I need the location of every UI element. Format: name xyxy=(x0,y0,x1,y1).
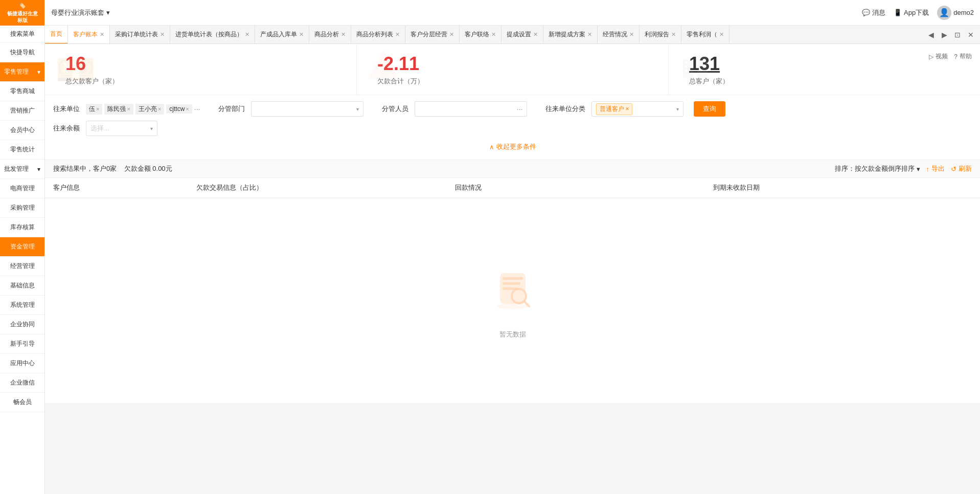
person-selector[interactable]: ··· xyxy=(415,101,527,117)
col-due-date: 到期未收款日期 xyxy=(713,183,972,192)
debt-amount: 欠款金额 0.00元 xyxy=(124,165,172,172)
tab-goods-analysis[interactable]: 商品分析 ✕ xyxy=(309,26,351,44)
unit-filter-label: 往来单位 xyxy=(53,104,80,114)
balance-chevron: ▾ xyxy=(150,126,153,131)
tab-close-icon[interactable]: ✕ xyxy=(341,31,346,38)
unit-tag-cjttcw-close[interactable]: × xyxy=(186,106,189,112)
help-button[interactable]: ? 帮助 xyxy=(954,52,972,61)
account-selector[interactable]: 母婴行业演示账套 ▾ xyxy=(51,8,110,17)
unit-tag-chen[interactable]: 陈民强 × xyxy=(104,104,133,115)
dept-filter-label: 分管部门 xyxy=(218,104,245,114)
sidebar-item-system[interactable]: 系统管理 xyxy=(0,296,44,315)
unit-tag-wang-close[interactable]: × xyxy=(158,106,161,112)
unit-tag-wang[interactable]: 王小亮 × xyxy=(135,104,164,115)
sidebar-item-apps[interactable]: 应用中心 xyxy=(0,354,44,373)
sidebar-wholesale-arrow: ▾ xyxy=(37,166,40,173)
col-debt-info: 欠款交易信息（占比） xyxy=(196,183,455,192)
app-download-button[interactable]: 📱 App下载 xyxy=(894,8,929,17)
tab-inventory-stats[interactable]: 进货单统计表（按商品） ✕ xyxy=(170,26,255,44)
result-actions: 排序：按欠款金额倒序排序 ▾ ↑ 导出 ↺ 刷新 xyxy=(835,164,972,173)
sidebar-item-wecom[interactable]: 企业微信 xyxy=(0,373,44,393)
sidebar-item-member[interactable]: 会员中心 xyxy=(0,121,44,140)
sidebar-item-ecom[interactable]: 电商管理 xyxy=(0,179,44,198)
sidebar-item-wholesale[interactable]: 批发管理 ▾ xyxy=(0,160,44,179)
sidebar-item-operation[interactable]: 经营管理 xyxy=(0,257,44,276)
tab-close-icon[interactable]: ✕ xyxy=(299,31,304,38)
tab-home[interactable]: 首页 xyxy=(45,26,68,44)
tab-retail-profit[interactable]: 零售利润（ ✕ xyxy=(681,26,730,44)
filter-area: 往来单位 伍 × 陈民强 × 王小亮 × xyxy=(45,95,980,160)
tab-close-icon[interactable]: ✕ xyxy=(629,31,634,38)
tab-scroll-right[interactable]: ▶ xyxy=(938,29,950,41)
tab-production[interactable]: 产成品入库单 ✕ xyxy=(255,26,309,44)
tab-business[interactable]: 经营情况 ✕ xyxy=(598,26,640,44)
query-button[interactable]: 查询 xyxy=(694,101,725,117)
tab-close-icon[interactable]: ✕ xyxy=(671,31,676,38)
tab-close-icon[interactable]: ✕ xyxy=(395,31,400,38)
sidebar-item-cooperation[interactable]: 企业协同 xyxy=(0,315,44,334)
video-button[interactable]: ▷ 视频 xyxy=(929,52,948,61)
sidebar-item-search[interactable]: 搜索菜单 xyxy=(0,26,44,43)
tab-close-all[interactable]: ✕ xyxy=(965,29,977,41)
sidebar-item-finance[interactable]: 资金管理 xyxy=(0,237,44,257)
sidebar-item-inventory[interactable]: 库存核算 xyxy=(0,218,44,237)
tab-customer-tier[interactable]: 客户分层经营 ✕ xyxy=(405,26,460,44)
app-logo: 🏷️ 畅捷通好生意 标版 xyxy=(0,0,44,26)
sidebar-item-purchase[interactable]: 采购管理 xyxy=(0,198,44,218)
sidebar-item-retail-stats[interactable]: 零售统计 xyxy=(0,140,44,160)
sort-button[interactable]: 排序：按欠款金额倒序排序 ▾ xyxy=(835,164,920,173)
tab-profit-report[interactable]: 利润报告 ✕ xyxy=(640,26,681,44)
app-icon: 📱 xyxy=(894,9,902,16)
sidebar-item-mall[interactable]: 零售商城 xyxy=(0,82,44,101)
tab-close-icon[interactable]: ✕ xyxy=(719,31,724,38)
tab-purchase-order[interactable]: 采购订单统计表 ✕ xyxy=(110,26,170,44)
balance-selector[interactable]: 选择... ▾ xyxy=(86,121,157,136)
sidebar-item-quick-nav[interactable]: 快捷导航 xyxy=(0,43,44,62)
tab-scroll-left[interactable]: ◀ xyxy=(925,29,937,41)
tab-close-icon[interactable]: ✕ xyxy=(245,31,249,38)
tab-production-label: 产成品入库单 xyxy=(260,30,297,39)
sidebar-item-guide[interactable]: 新手引导 xyxy=(0,334,44,354)
stat-debt-total: -2.11 欠款合计（万） xyxy=(357,44,669,95)
unit-class-tag[interactable]: 普通客户 × xyxy=(596,103,632,115)
svg-rect-14 xyxy=(503,282,520,285)
unit-tags-more[interactable]: ··· xyxy=(194,105,200,113)
logo-text-line1: 畅捷通好生意 xyxy=(7,10,38,17)
user-name: demo2 xyxy=(953,9,974,16)
tab-goods-analysis-list[interactable]: 商品分析列表 ✕ xyxy=(351,26,405,44)
export-label: 导出 xyxy=(931,164,945,173)
sidebar-item-retail[interactable]: 零售管理 ▾ xyxy=(0,62,44,82)
svg-point-11 xyxy=(497,303,528,309)
export-button[interactable]: ↑ 导出 xyxy=(926,164,945,173)
tab-customer-contact-label: 客户联络 xyxy=(465,30,489,39)
tab-close-icon[interactable]: ✕ xyxy=(587,31,592,38)
dept-selector[interactable]: ▾ xyxy=(251,101,363,117)
table-body: 暂无数据 xyxy=(45,198,980,403)
unit-tag-wu-close[interactable]: × xyxy=(96,106,99,112)
unit-class-tag-close[interactable]: × xyxy=(625,105,629,113)
collapse-button[interactable]: ∧ 收起更多条件 xyxy=(489,142,536,151)
unit-tag-chen-close[interactable]: × xyxy=(127,106,130,112)
tab-close-icon[interactable]: ✕ xyxy=(491,31,496,38)
sidebar-item-vip[interactable]: 畅会员 xyxy=(0,393,44,412)
refresh-button[interactable]: ↺ 刷新 xyxy=(951,164,972,173)
tab-close-icon[interactable]: ✕ xyxy=(533,31,538,38)
person-dots[interactable]: ··· xyxy=(517,105,523,113)
tab-add-commission[interactable]: 新增提成方案 ✕ xyxy=(543,26,598,44)
tab-expand[interactable]: ⊡ xyxy=(951,29,964,41)
tab-close-icon[interactable]: ✕ xyxy=(449,31,454,38)
msg-button[interactable]: 💬 消息 xyxy=(862,8,885,17)
unit-class-selector[interactable]: 普通客户 × ▾ xyxy=(591,101,683,117)
user-menu[interactable]: 👤 demo2 xyxy=(937,6,974,20)
tab-close-icon[interactable]: ✕ xyxy=(160,31,165,38)
sidebar-item-basic[interactable]: 基础信息 xyxy=(0,276,44,296)
tab-customer-ledger[interactable]: 客户账本 ✕ xyxy=(68,26,110,44)
tab-close-icon[interactable]: ✕ xyxy=(100,31,104,38)
tab-customer-contact[interactable]: 客户联络 ✕ xyxy=(460,26,502,44)
unit-tag-cjttcw[interactable]: cjttcw × xyxy=(166,104,192,114)
tab-add-commission-label: 新增提成方案 xyxy=(549,30,585,39)
unit-tags: 伍 × 陈民强 × 王小亮 × cjttcw × xyxy=(86,104,200,115)
sidebar-item-marketing[interactable]: 营销推广 xyxy=(0,101,44,121)
unit-tag-wu[interactable]: 伍 × xyxy=(86,104,102,115)
tab-commission-setting[interactable]: 提成设置 ✕ xyxy=(502,26,543,44)
